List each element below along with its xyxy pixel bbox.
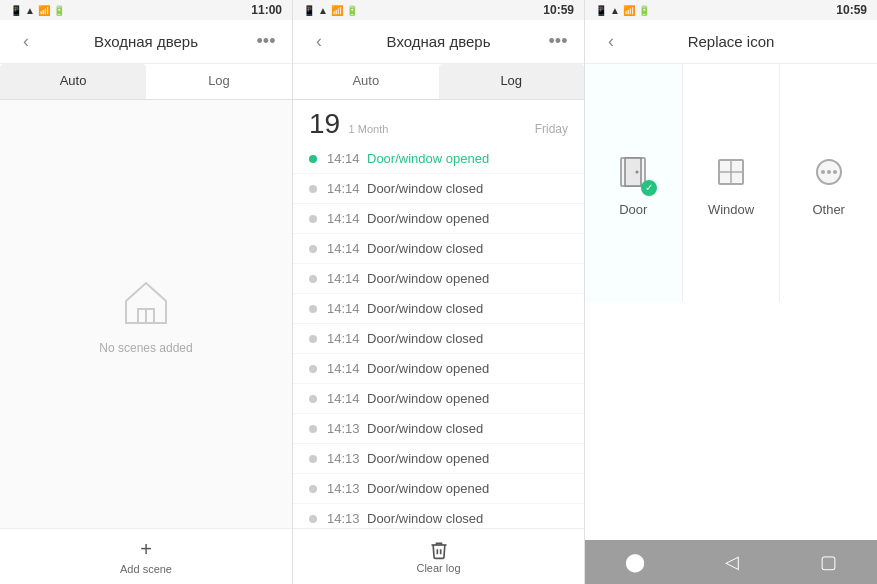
clear-log-label: Clear log xyxy=(416,562,460,574)
other-icon-img xyxy=(807,150,851,194)
log-time: 14:13 xyxy=(327,451,361,466)
log-time: 14:14 xyxy=(327,391,361,406)
log-event: Door/window opened xyxy=(367,151,489,166)
log-dot xyxy=(309,185,317,193)
right-status-bar: 📱 ▲ 📶 🔋 10:59 xyxy=(585,0,877,20)
log-time: 14:14 xyxy=(327,241,361,256)
home-nav-button[interactable]: ⬤ xyxy=(625,551,645,573)
log-dot xyxy=(309,515,317,523)
middle-status-time: 10:59 xyxy=(543,3,574,17)
log-item: 14:14Door/window closed xyxy=(293,324,584,354)
log-dot xyxy=(309,215,317,223)
icon-grid: ✓ Door Window xyxy=(585,64,877,302)
log-time: 14:14 xyxy=(327,211,361,226)
svg-rect-3 xyxy=(625,158,641,186)
left-bottom-bar: + Add scene xyxy=(0,528,292,584)
svg-point-10 xyxy=(827,170,831,174)
right-back-button[interactable]: ‹ xyxy=(597,31,625,52)
right-panel: 📱 ▲ 📶 🔋 10:59 ‹ Replace icon ✓ Door xyxy=(585,0,877,584)
log-time: 14:14 xyxy=(327,331,361,346)
middle-header: ‹ Входная дверь ••• xyxy=(293,20,584,64)
log-event: Door/window opened xyxy=(367,451,489,466)
left-header: ‹ Входная дверь ••• xyxy=(0,20,292,64)
left-content-area: No scenes added xyxy=(0,100,292,528)
middle-status-icons: 📱 ▲ 📶 🔋 xyxy=(303,5,358,16)
icon-option-other[interactable]: Other xyxy=(780,64,877,302)
door-icon-label: Door xyxy=(619,202,647,217)
log-dot xyxy=(309,275,317,283)
svg-point-9 xyxy=(821,170,825,174)
log-dot xyxy=(309,245,317,253)
log-event: Door/window closed xyxy=(367,421,483,436)
log-item: 14:14Door/window opened xyxy=(293,204,584,234)
log-item: 14:14Door/window opened xyxy=(293,384,584,414)
door-selected-checkmark: ✓ xyxy=(641,180,657,196)
left-status-time: 11:00 xyxy=(251,3,282,17)
middle-tab-bar: Auto Log xyxy=(293,64,584,100)
log-item: 14:13Door/window opened xyxy=(293,444,584,474)
clear-log-button[interactable]: Clear log xyxy=(416,540,460,574)
log-time: 14:14 xyxy=(327,271,361,286)
icon-option-window[interactable]: Window xyxy=(683,64,781,302)
log-time: 14:14 xyxy=(327,181,361,196)
svg-point-11 xyxy=(833,170,837,174)
log-item: 14:14Door/window closed xyxy=(293,234,584,264)
log-dot xyxy=(309,365,317,373)
log-item: 14:13Door/window opened xyxy=(293,474,584,504)
left-tab-log[interactable]: Log xyxy=(146,64,292,99)
log-event: Door/window opened xyxy=(367,361,489,376)
log-time: 14:13 xyxy=(327,421,361,436)
left-menu-button[interactable]: ••• xyxy=(252,31,280,52)
log-list: 14:14Door/window opened14:14Door/window … xyxy=(293,144,584,528)
log-time: 14:14 xyxy=(327,301,361,316)
window-icon-img xyxy=(709,150,753,194)
icon-option-door[interactable]: ✓ Door xyxy=(585,64,683,302)
log-item: 14:14Door/window opened xyxy=(293,144,584,174)
add-scene-button[interactable]: + Add scene xyxy=(120,538,172,575)
add-icon: + xyxy=(140,538,152,561)
log-event: Door/window opened xyxy=(367,271,489,286)
middle-panel: 📱 ▲ 📶 🔋 10:59 ‹ Входная дверь ••• Auto L… xyxy=(293,0,585,584)
log-item: 14:14Door/window opened xyxy=(293,264,584,294)
log-day-number: 19 xyxy=(309,108,340,139)
middle-bottom-bar: Clear log xyxy=(293,528,584,584)
add-scene-label: Add scene xyxy=(120,563,172,575)
log-dot xyxy=(309,395,317,403)
log-day-name: Friday xyxy=(535,122,568,136)
middle-menu-button[interactable]: ••• xyxy=(544,31,572,52)
middle-tab-auto[interactable]: Auto xyxy=(293,64,439,99)
recent-nav-button[interactable]: ▢ xyxy=(820,551,837,573)
empty-state-text: No scenes added xyxy=(99,341,192,355)
log-dot xyxy=(309,455,317,463)
log-event: Door/window closed xyxy=(367,331,483,346)
log-item: 14:13Door/window closed xyxy=(293,504,584,528)
log-date-header: 19 1 Month Friday xyxy=(293,100,584,144)
log-item: 14:14Door/window closed xyxy=(293,294,584,324)
middle-tab-log[interactable]: Log xyxy=(439,64,585,99)
log-dot xyxy=(309,335,317,343)
trash-icon xyxy=(429,540,449,560)
door-icon-img: ✓ xyxy=(611,150,655,194)
log-time: 14:13 xyxy=(327,511,361,526)
middle-header-title: Входная дверь xyxy=(387,33,491,50)
log-event: Door/window closed xyxy=(367,181,483,196)
left-tab-auto[interactable]: Auto xyxy=(0,64,146,99)
log-dot xyxy=(309,155,317,163)
log-dot xyxy=(309,305,317,313)
log-event: Door/window opened xyxy=(367,481,489,496)
middle-status-bar: 📱 ▲ 📶 🔋 10:59 xyxy=(293,0,584,20)
log-event: Door/window closed xyxy=(367,511,483,526)
middle-back-button[interactable]: ‹ xyxy=(305,31,333,52)
window-icon-label: Window xyxy=(708,202,754,217)
log-time: 14:14 xyxy=(327,361,361,376)
log-item: 14:14Door/window opened xyxy=(293,354,584,384)
back-nav-button[interactable]: ◁ xyxy=(725,551,739,573)
log-dot xyxy=(309,485,317,493)
log-item: 14:14Door/window closed xyxy=(293,174,584,204)
right-header: ‹ Replace icon xyxy=(585,20,877,64)
left-panel: 📱 ▲ 📶 🔋 11:00 ‹ Входная дверь ••• Auto L… xyxy=(0,0,293,584)
svg-point-4 xyxy=(636,170,639,173)
left-back-button[interactable]: ‹ xyxy=(12,31,40,52)
log-event: Door/window opened xyxy=(367,391,489,406)
log-dot xyxy=(309,425,317,433)
